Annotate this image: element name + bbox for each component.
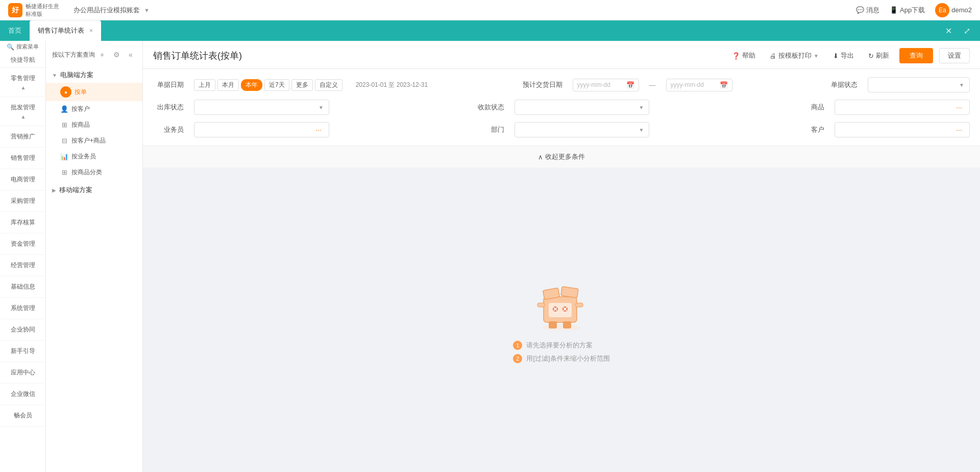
tree-child-label: 按商品 xyxy=(71,121,90,129)
payment-status-select[interactable]: ▼ xyxy=(514,100,650,115)
date-quick-buttons: 上月 本月 本年 近7天 更多 自定义 xyxy=(194,79,342,91)
collapse-filters-button[interactable]: ∧ 收起更多条件 xyxy=(532,150,591,163)
home-tab[interactable]: 首页 xyxy=(0,20,30,41)
sidebar-item-label: 企业协同 xyxy=(11,325,35,334)
sidebar-item-label: 电商管理 xyxy=(11,175,35,184)
more-date-btn[interactable]: 更多 xyxy=(291,79,313,91)
last-month-btn[interactable]: 上月 xyxy=(194,79,215,91)
dept-select[interactable]: ▼ xyxy=(514,122,650,137)
sidebar-item-basics[interactable]: 基础信息 xyxy=(0,276,45,298)
sidebar-item-membership[interactable]: 畅会员 xyxy=(0,405,45,427)
ship-status-select[interactable]: ▼ xyxy=(194,100,329,115)
salesperson-ellipsis-icon[interactable]: ··· xyxy=(313,126,324,134)
customer-select[interactable]: ··· xyxy=(835,122,970,137)
app-download-button[interactable]: 📱 App下载 xyxy=(890,6,925,15)
sidebar-expand-icon: ▲ xyxy=(21,114,26,120)
expected-date-to[interactable]: yyyy-mm-dd 📅 xyxy=(666,79,732,91)
salesperson-select[interactable]: ··· xyxy=(194,122,329,137)
tree-label-mobile: 移动端方案 xyxy=(59,185,92,195)
last-7-days-btn[interactable]: 近7天 xyxy=(264,79,289,91)
customer-label: 客户 xyxy=(794,125,824,134)
refresh-button[interactable]: ↻ 刷新 xyxy=(864,49,893,62)
collapse-row: ∧ 收起更多条件 xyxy=(143,146,980,168)
tree-child-label: 按商品分类 xyxy=(71,168,102,177)
empty-tips: 1 请先选择要分析的方案 2 用[过滤]条件来缩小分析范围 xyxy=(513,341,609,363)
sales-order-tab[interactable]: 销售订单统计表 × xyxy=(30,20,101,41)
status-select-arrow: ▼ xyxy=(959,82,964,88)
svg-rect-4 xyxy=(549,303,572,317)
query-button[interactable]: 查询 xyxy=(899,48,933,63)
tip-text-2: 用[过滤]条件来缩小分析范围 xyxy=(526,354,609,363)
content-body: 1 请先选择要分析的方案 2 用[过滤]条件来缩小分析范围 xyxy=(143,168,980,472)
tip-num-1: 1 xyxy=(513,341,522,350)
sidebar-item-inventory[interactable]: 库存核算 xyxy=(0,212,45,233)
custom-date-btn[interactable]: 自定义 xyxy=(315,79,342,91)
sidebar-item-retail[interactable]: 零售管理 ▲ xyxy=(0,68,45,97)
sidebar-item-app-center[interactable]: 应用中心 xyxy=(0,362,45,384)
app-name-arrow[interactable]: ▼ xyxy=(144,7,150,13)
tree-parent-pc[interactable]: ▼ 电脑端方案 xyxy=(46,67,142,83)
add-scheme-icon[interactable]: + xyxy=(96,49,108,60)
sidebar-item-wechat[interactable]: 企业微信 xyxy=(0,384,45,405)
logo-area: 好 畅捷通好生意 标准版 xyxy=(8,3,59,17)
page-title: 销售订单统计表(按单) xyxy=(153,50,242,62)
sidebar-item-operations[interactable]: 经营管理 xyxy=(0,255,45,276)
sidebar-item-system[interactable]: 系统管理 xyxy=(0,298,45,319)
help-button[interactable]: ❓ 帮助 xyxy=(728,49,760,62)
tree-child-by-customer-goods[interactable]: ⊟ 按客户+商品 xyxy=(46,133,142,149)
expected-date-label: 预计交货日期 xyxy=(523,80,562,89)
this-month-btn[interactable]: 本月 xyxy=(217,79,239,91)
table-icon: ⊞ xyxy=(60,169,68,177)
close-window-icon[interactable]: ✕ xyxy=(941,23,955,38)
collapse-panel-icon[interactable]: « xyxy=(125,49,136,60)
tree-child-label: 按单 xyxy=(75,88,87,97)
date-dash: — xyxy=(649,81,656,89)
tab-close-icon[interactable]: × xyxy=(89,27,93,34)
goods-select[interactable]: ··· xyxy=(835,100,970,115)
tab-bar: 首页 销售订单统计表 × ✕ ⤢ xyxy=(0,20,980,41)
svg-rect-13 xyxy=(537,303,545,307)
expand-window-icon[interactable]: ⤢ xyxy=(960,23,974,38)
print-dropdown-icon[interactable]: ▼ xyxy=(814,53,819,59)
sidebar-item-label: 零售管理 xyxy=(11,74,35,83)
sidebar-item-finance[interactable]: 资金管理 xyxy=(0,233,45,255)
sidebar-item-enterprise[interactable]: 企业协同 xyxy=(0,319,45,341)
shortcut-nav-button[interactable]: 快捷导航 xyxy=(0,53,45,68)
download-icon: 📱 xyxy=(890,6,898,14)
tree-child-label: 按客户 xyxy=(71,105,90,113)
tree-parent-mobile[interactable]: ▶ 移动端方案 xyxy=(46,182,142,198)
sidebar-item-label: 畅会员 xyxy=(14,411,32,420)
settings-button[interactable]: 设置 xyxy=(939,48,970,63)
sidebar-item-label: 应用中心 xyxy=(11,368,35,377)
settings-scheme-icon[interactable]: ⚙ xyxy=(111,49,122,60)
tree-child-by-customer[interactable]: 👤 按客户 xyxy=(46,101,142,117)
empty-illustration: 1 请先选择要分析的方案 2 用[过滤]条件来缩小分析范围 xyxy=(513,276,609,363)
sidebar-item-guide[interactable]: 新手引导 xyxy=(0,341,45,362)
export-button[interactable]: ⬇ 导出 xyxy=(829,49,858,62)
page-header-actions: ❓ 帮助 🖨 按模板打印 ▼ ⬇ 导出 ↻ 刷新 查询 设置 xyxy=(728,48,970,63)
print-icon: 🖨 xyxy=(770,52,776,60)
expected-date-from[interactable]: yyyy-mm-dd 📅 xyxy=(573,79,639,91)
search-menu-button[interactable]: 🔍 搜索菜单 xyxy=(0,41,45,53)
sidebar-item-marketing[interactable]: 营销推广 xyxy=(0,126,45,148)
sidebar-item-wholesale[interactable]: 批发管理 ▲ xyxy=(0,97,45,126)
print-button[interactable]: 🖨 按模板打印 ▼ xyxy=(766,49,823,62)
order-status-select[interactable]: ▼ xyxy=(868,77,970,92)
sidebar-item-sales[interactable]: 销售管理 xyxy=(0,148,45,169)
user-menu[interactable]: Ea demo2 xyxy=(935,3,972,17)
tree-child-by-goods-category[interactable]: ⊞ 按商品分类 xyxy=(46,164,142,180)
sidebar-item-label: 销售管理 xyxy=(11,154,35,162)
logo-text: 畅捷通好生意 标准版 xyxy=(26,3,59,17)
tree-child-by-salesperson[interactable]: 📊 按业务员 xyxy=(46,149,142,164)
svg-point-0 xyxy=(542,324,581,331)
content-area: 销售订单统计表(按单) ❓ 帮助 🖨 按模板打印 ▼ ⬇ 导出 ↻ 刷新 xyxy=(143,41,980,472)
tree-child-by-goods[interactable]: ⊞ 按商品 xyxy=(46,117,142,133)
goods-ellipsis-icon[interactable]: ··· xyxy=(954,103,964,111)
grid2-icon: ⊟ xyxy=(60,137,68,145)
tree-child-by-order[interactable]: ● 按单 xyxy=(46,83,142,101)
customer-ellipsis-icon[interactable]: ··· xyxy=(954,126,964,134)
message-button[interactable]: 💬 消息 xyxy=(856,6,879,15)
sidebar-item-ecommerce[interactable]: 电商管理 xyxy=(0,169,45,191)
sidebar-item-purchase[interactable]: 采购管理 xyxy=(0,191,45,212)
this-year-btn[interactable]: 本年 xyxy=(241,79,262,91)
